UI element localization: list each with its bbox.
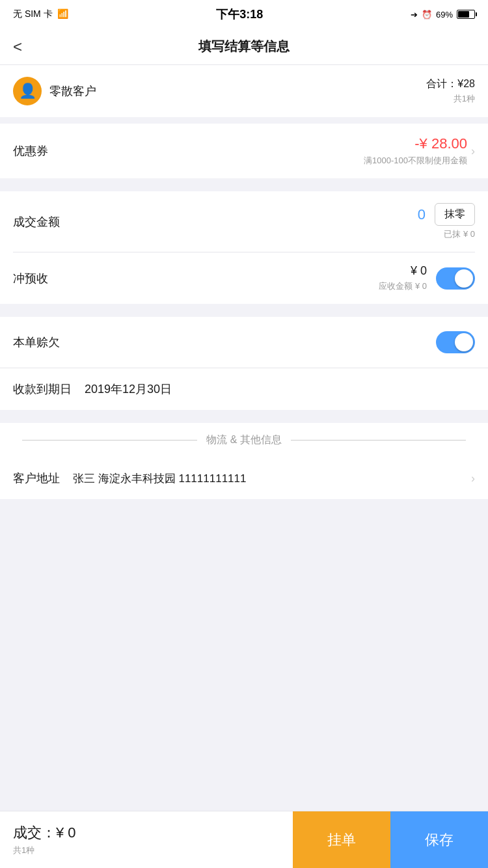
address-label: 客户地址 — [13, 470, 60, 486]
logistics-header: 物流 & 其他信息 — [0, 423, 488, 457]
bottom-count: 共1种 — [13, 845, 280, 856]
customer-avatar: 👤 — [13, 77, 42, 105]
prepay-amount: ¥ 0 — [379, 264, 427, 278]
address-chevron: › — [471, 472, 475, 485]
bottom-deal-amount: ¥ 0 — [56, 824, 76, 841]
bottom-bar: 成交：¥ 0 共1种 挂单 保存 — [0, 811, 488, 868]
coupon-section: 优惠券 -¥ 28.00 满1000-100不限制使用金额 › — [0, 124, 488, 178]
debt-row: 本单赊欠 — [0, 317, 488, 368]
prepay-right: ¥ 0 应收金额 ¥ 0 — [379, 264, 475, 292]
coupon-desc: 满1000-100不限制使用金额 — [364, 155, 467, 167]
page-title: 填写结算等信息 — [198, 38, 290, 55]
gray-separator-4 — [0, 506, 488, 512]
round-button[interactable]: 抹零 — [435, 203, 475, 226]
address-row[interactable]: 客户地址 张三 海淀永丰科技园 11111111111 › — [0, 457, 488, 499]
coupon-row[interactable]: 优惠券 -¥ 28.00 满1000-100不限制使用金额 › — [0, 124, 488, 178]
coupon-chevron: › — [471, 144, 475, 158]
battery-icon — [457, 10, 475, 19]
logistics-section: 物流 & 其他信息 客户地址 张三 海淀永丰科技园 11111111111 › — [0, 423, 488, 499]
coupon-label: 优惠券 — [13, 143, 48, 159]
pending-button[interactable]: 挂单 — [293, 811, 390, 869]
status-bar-left: 无 SIM 卡 📶 — [13, 8, 68, 20]
transaction-amount: 0 — [418, 206, 426, 223]
prepay-row: 冲预收 ¥ 0 应收金额 ¥ 0 — [0, 252, 488, 304]
avatar-icon: 👤 — [19, 83, 36, 100]
due-date-label: 收款到期日 — [13, 381, 72, 397]
save-button[interactable]: 保存 — [390, 811, 488, 869]
due-date-value: 2019年12月30日 — [85, 381, 172, 397]
transaction-section: 成交金额 0 抹零 已抹 ¥ 0 冲预收 ¥ 0 应收金额 ¥ 0 — [0, 191, 488, 304]
bottom-deal: 成交：¥ 0 — [13, 823, 280, 843]
status-bar-time: 下午3:18 — [216, 7, 263, 22]
address-value: 张三 海淀永丰科技园 11111111111 — [73, 471, 471, 486]
logistics-title: 物流 & 其他信息 — [206, 433, 282, 447]
status-bar-right: ➔ ⏰ 69% — [411, 10, 475, 20]
transaction-right-top: 0 抹零 — [418, 203, 475, 226]
gray-separator-2 — [0, 310, 488, 317]
due-date-row: 收款到期日 2019年12月30日 — [0, 368, 488, 410]
battery-percent: 69% — [436, 10, 453, 20]
customer-right: 合计：¥28 共1种 — [426, 77, 475, 105]
coupon-right: -¥ 28.00 满1000-100不限制使用金额 — [364, 135, 467, 167]
transaction-sub: 已抹 ¥ 0 — [418, 228, 475, 240]
alarm-icon: ⏰ — [422, 10, 432, 20]
back-button[interactable]: < — [13, 38, 22, 56]
bottom-deal-label: 成交： — [13, 824, 56, 841]
gray-separator-3 — [0, 416, 488, 423]
customer-left: 👤 零散客户 — [13, 77, 96, 105]
prepay-amounts: ¥ 0 应收金额 ¥ 0 — [379, 264, 427, 292]
customer-section: 👤 零散客户 合计：¥28 共1种 — [0, 65, 488, 117]
total-label: 合计：¥28 — [426, 77, 475, 91]
prepay-sub: 应收金额 ¥ 0 — [379, 280, 427, 292]
transaction-label: 成交金额 — [13, 214, 60, 230]
transaction-row: 成交金额 0 抹零 已抹 ¥ 0 — [0, 191, 488, 252]
content: 👤 零散客户 合计：¥28 共1种 优惠券 -¥ 28.00 满1000-100… — [0, 65, 488, 571]
debt-toggle[interactable] — [436, 331, 475, 353]
bottom-info: 成交：¥ 0 共1种 — [0, 823, 293, 856]
location-icon: ➔ — [411, 10, 418, 20]
debt-section: 本单赊欠 收款到期日 2019年12月30日 — [0, 317, 488, 410]
status-bar: 无 SIM 卡 📶 下午3:18 ➔ ⏰ 69% — [0, 0, 488, 29]
battery-fill — [458, 11, 469, 18]
prepay-label: 冲预收 — [13, 271, 48, 286]
debt-label: 本单赊欠 — [13, 334, 60, 350]
customer-name: 零散客户 — [49, 83, 96, 99]
nav-bar: < 填写结算等信息 — [0, 29, 488, 65]
customer-row: 👤 零散客户 合计：¥28 共1种 — [0, 65, 488, 117]
gray-separator-1 — [0, 185, 488, 191]
prepay-toggle[interactable] — [436, 267, 475, 290]
total-count: 共1种 — [426, 93, 475, 105]
coupon-discount: -¥ 28.00 — [364, 135, 467, 152]
